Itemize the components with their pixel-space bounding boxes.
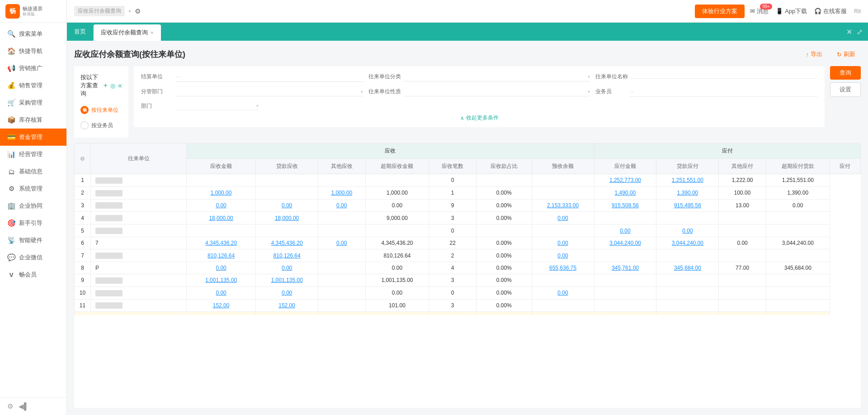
marketing-icon: 📢 [7,64,15,72]
main-area: 应收应付余额查询 ▾ ⚙ 体验行业方案 ✉ 消息 99+ 📱 App下载 🎧 在… [67,0,868,415]
col-receivable-amount: 应收金额 [187,159,256,174]
sidebar-footer: ⚙ ◀▌ [0,397,66,415]
window-close-icon[interactable]: ✕ [846,28,852,36]
table-settings-icon[interactable]: ⚙ [80,156,85,162]
salesperson-input[interactable]: ··· [630,86,817,97]
chevron-down-icon-4: ▾ [256,103,259,108]
tab-close-icon[interactable]: × [151,30,153,35]
sidebar-item-sales[interactable]: 💰 销售管理 [0,77,66,94]
table-row: 6 7 4,345,436.20 4,345,436.20 0.00 4,345… [75,237,861,249]
more-filter-button[interactable]: « [118,81,122,90]
app-download-button[interactable]: 📱 App下载 [776,7,807,15]
data-table-container: ⚙ 往来单位 应收 应付 应收金额 贷款应收 其他应收 超期应收金额 [74,143,861,408]
edit-filter-button[interactable]: ◎ [110,82,115,89]
col-receivable-ratio: 应收款占比 [476,159,532,174]
col-other-receivable: 其他应收 [318,159,366,174]
table-row: 7 810,126.64 810,126.64 810,126.64 2 0.0… [75,249,861,262]
sidebar-item-guide[interactable]: 🎯 新手引导 [0,215,66,232]
table-settings-header[interactable]: ⚙ [75,143,91,174]
tab-current[interactable]: 应收应付余额查询 × [94,24,161,41]
filter-collapse-button[interactable]: ∧ 收起更多条件 [141,110,817,122]
filter-form: 结算单位 ··· 往来单位分类 ▾ [134,66,825,127]
page-content: 应收应付余额查询(按往来单位) ↑ 导出 ↻ 刷新 按 [67,41,868,415]
page-header: 应收应付余额查询(按往来单位) ↑ 导出 ↻ 刷新 [74,48,861,61]
filter-nav-by-salesperson[interactable]: 按业务员 [74,118,128,133]
capital-icon: 💳 [7,133,15,141]
tabbar-window-actions: ✕ ⤢ [841,23,868,41]
col-payable-amount: 应付金额 [594,159,656,174]
department-select[interactable]: ▾ [175,101,259,110]
page-actions: ↑ 导出 ↻ 刷新 [801,48,861,61]
breadcrumb-text: 应收应付余额查询 [74,6,125,16]
breadcrumb: 应收应付余额查询 ▾ ⚙ [74,6,689,16]
sidebar-item-inventory[interactable]: 📦 库存核算 [0,111,66,129]
sidebar-nav: 🔍 搜索菜单 🏠 快捷导航 📢 营销推广 💰 销售管理 🛒 采购管理 📦 [0,23,66,397]
set-button[interactable]: 设置 [830,82,861,97]
user-profile[interactable]: Rit [854,8,861,14]
messages-button[interactable]: ✉ 消息 99+ [750,7,769,15]
query-button[interactable]: 查询 [830,66,861,80]
home-icon: 🏠 [7,47,15,55]
filter-partner-nature: 往来单位性质 ▾ [368,87,590,96]
settlement-unit-input[interactable]: ··· [175,72,363,82]
solution-button[interactable]: 体验行业方案 [695,5,745,18]
filter-nav: 按以下方案查询 + ◎ « 畅 按往来单位 按业务员 [74,66,128,138]
col-overdue-payable: 超期应付货款 [766,159,830,174]
filter-partner-category: 往来单位分类 ▾ [368,72,590,81]
online-service-button[interactable]: 🎧 在线客服 [814,7,847,15]
sidebar-item-search[interactable]: 🔍 搜索菜单 [0,25,66,43]
sidebar-item-quick-nav[interactable]: 🏠 快捷导航 [0,43,66,60]
tabbar: 首页 应收应付余额查询 × ✕ ⤢ [67,23,868,41]
window-expand-icon[interactable]: ⤢ [857,28,863,36]
purchase-icon: 🛒 [7,99,15,107]
page-title: 应收应付余额查询(按往来单位) [74,49,185,60]
col-prepaid-balance: 预收余额 [532,159,594,174]
query-buttons: 查询 设置 [830,66,861,97]
collapse-icon[interactable]: ◀▌ [19,402,29,410]
tab-home[interactable]: 首页 [67,23,94,41]
hardware-icon: 📡 [7,236,15,244]
inventory-icon: 📦 [7,116,15,124]
col-loan-receivable: 贷款应收 [256,159,318,174]
table-row: 4 18,000.00 18,000.00 9,000.00 3 0.00% 0… [75,212,861,224]
table-row: 11 152.00 152.00 101.00 3 0.00% [75,299,861,312]
logo-icon: 畅 [5,4,20,19]
managing-dept-select[interactable]: ▾ [175,87,363,96]
export-button[interactable]: ↑ 导出 [801,48,828,61]
filter-partner-name: 往来单位名称 [595,73,817,81]
message-icon: ✉ [750,8,755,14]
table-row: 1 0 1,252,773.00 1,251,551.00 [75,174,861,187]
sidebar-item-basic[interactable]: 🗂 基础信息 [0,163,66,180]
settings-icon[interactable]: ⚙ [7,402,13,410]
filter-row-2: 分管部门 ▾ 往来单位性质 ▾ [141,86,817,97]
filter-area: 按以下方案查询 + ◎ « 畅 按往来单位 按业务员 [74,66,861,138]
sidebar-item-member[interactable]: V 畅会员 [0,266,66,283]
sidebar-item-wechat[interactable]: 💬 企业微信 [0,249,66,266]
sidebar-item-purchase[interactable]: 🛒 采购管理 [0,94,66,111]
sidebar-item-marketing[interactable]: 📢 营销推广 [0,60,66,77]
operations-icon: 📊 [7,150,15,158]
sidebar-item-enterprise[interactable]: 🏢 企业协同 [0,197,66,215]
sidebar-item-hardware[interactable]: 📡 智能硬件 [0,232,66,249]
filter-nav-by-partner[interactable]: 畅 按往来单位 [74,102,128,118]
sidebar-item-operations[interactable]: 📊 经营管理 [0,146,66,163]
enterprise-icon: 🏢 [7,202,15,210]
refresh-icon: ↻ [837,51,842,58]
refresh-button[interactable]: ↻ 刷新 [831,48,861,61]
partner-name-input[interactable] [631,75,817,79]
table-row: 8 P 0.00 0.00 0.00 4 0.00% 655,636.75 34… [75,262,861,274]
sidebar-item-capital[interactable]: 💳 资金管理 [0,129,66,146]
chevron-down-icon-3: ▾ [588,89,590,94]
breadcrumb-arrow[interactable]: ▾ [128,8,131,14]
sidebar-item-system[interactable]: ⚙ 系统管理 [0,180,66,197]
filter-salesperson: 业务员 ··· [595,86,817,97]
filter-managing-dept: 分管部门 ▾ [141,87,363,96]
wechat-icon: 💬 [7,253,15,262]
partner-category-select[interactable]: ▾ [404,72,590,81]
add-filter-button[interactable]: + [104,81,108,90]
partner-col-header: 往来单位 [91,143,187,174]
app-icon: 📱 [776,8,783,14]
settings-gear-icon[interactable]: ⚙ [135,7,141,15]
filter-department: 部门 ▾ [141,101,259,110]
partner-nature-select[interactable]: ▾ [404,87,590,96]
